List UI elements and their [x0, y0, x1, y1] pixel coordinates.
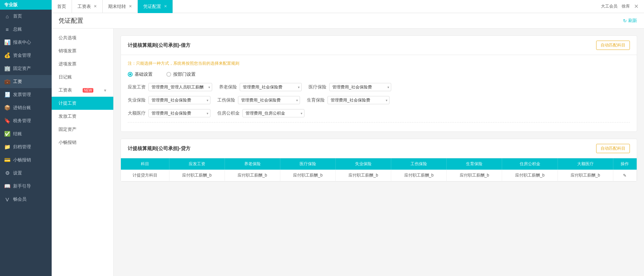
radio-dept[interactable]: 按部门设置 — [166, 71, 196, 77]
sidebar-item-member[interactable]: V 畅会员 — [0, 193, 52, 206]
nav-item-sales-invoice[interactable]: 销项发票 — [52, 44, 113, 57]
sidebar-item-report[interactable]: 📊 报表中心 — [0, 36, 52, 49]
sidebar-item-label: 进销台账 — [13, 105, 31, 111]
nav-item-pay-salary[interactable]: 发放工资 — [52, 110, 113, 123]
nav-item-salary-table[interactable]: 工资表 NEW ▾ — [52, 84, 113, 97]
pension-select[interactable]: 管理费用_社会保险费 — [240, 83, 302, 91]
sidebar-item-label: 固定资产 — [13, 65, 31, 72]
debit-section-body: 注：只能选择一种方式，系统将按照您当前的选择来配置规则 基础设置 按部门设置 — [121, 55, 637, 131]
tab-voucher-config-close[interactable]: ✕ — [164, 4, 167, 9]
tax-icon: 🔖 — [4, 118, 10, 124]
tab-period-end[interactable]: 期末结转 ✕ — [103, 0, 138, 13]
salary-select[interactable]: 管理费用_管理人员职工薪酬 — [148, 83, 212, 91]
sidebar-item-label: 畅会员 — [13, 196, 27, 202]
medical-select-wrapper: 管理费用_社会保险费 ▾ — [329, 83, 391, 91]
unemployment-select[interactable]: 管理费用_社会保险费 — [148, 96, 210, 104]
cell-salary: 应付职工薪酬_b — [169, 170, 225, 181]
credit-section-title: 计提核算规则(公司承担)-贷方 — [128, 146, 190, 152]
nav-item-journal[interactable]: 日记账 — [52, 71, 113, 84]
tab-period-end-close[interactable]: ✕ — [129, 4, 132, 9]
left-nav: 公共选项 销项发票 进项发票 日记账 工资表 NEW ▾ 计提工资 发放工资 — [52, 29, 114, 276]
field-medical: 医疗保险 管理费用_社会保险费 ▾ — [309, 83, 391, 91]
cell-maternity: 应付职工薪酬_b — [447, 170, 502, 181]
sidebar-item-guide[interactable]: 📖 新手引导 — [0, 180, 52, 193]
tab-salary-table-label: 工资表 — [77, 3, 91, 10]
guide-icon: 📖 — [4, 183, 10, 189]
sidebar-item-stock[interactable]: 📦 进销台账 — [0, 101, 52, 114]
sidebar-item-archive[interactable]: 📁 归档管理 — [0, 140, 52, 153]
sidebar-item-settle[interactable]: ✅ 结账 — [0, 127, 52, 140]
nav-item-calc-salary[interactable]: 计提工资 — [52, 97, 113, 110]
cell-injury: 应付职工薪酬_b — [391, 170, 447, 181]
nav-item-expense-report[interactable]: 小畅报销 — [52, 136, 113, 149]
section-divider — [128, 122, 630, 123]
debit-auto-match-button[interactable]: 自动匹配科目 — [596, 41, 630, 50]
ledger-icon: ≡ — [4, 26, 10, 32]
sidebar-item-tax[interactable]: 🔖 税务管理 — [0, 114, 52, 127]
cell-action[interactable]: ✎ — [613, 170, 636, 181]
page-header: 凭证配置 ↻ 刷新 — [52, 13, 644, 29]
nav-item-public[interactable]: 公共选项 — [52, 31, 113, 44]
field-maternity: 生育保险 管理费用_社会保险费 ▾ — [307, 96, 389, 104]
debit-form-row-3: 大额医疗 管理费用_社会保险费 ▾ 住房公积金 — [128, 109, 630, 117]
cell-pension: 应付职工薪酬_b — [225, 170, 280, 181]
sidebar-item-label: 首页 — [13, 13, 22, 19]
major-medical-select[interactable]: 管理费用_社会保险费 — [148, 109, 210, 117]
housing-select[interactable]: 管理费用_住房公积金 — [242, 109, 304, 117]
sidebar-item-label: 新手引导 — [13, 183, 31, 189]
unemployment-label: 失业保险 — [128, 97, 146, 103]
new-badge: NEW — [83, 88, 93, 93]
sidebar-item-asset[interactable]: 🏢 固定资产 — [0, 62, 52, 75]
credit-auto-match-button[interactable]: 自动匹配科目 — [596, 144, 630, 153]
sidebar-item-home[interactable]: ⌂ 首页 — [0, 10, 52, 23]
injury-label: 工伤保险 — [217, 97, 235, 103]
member-icon: V — [4, 197, 10, 202]
credit-section: 计提核算规则(公司承担)-贷方 自动匹配科目 科目 应发工资 养老保险 医疗保险… — [121, 139, 637, 182]
radio-basic-label: 基础设置 — [135, 71, 153, 77]
content-area: 公共选项 销项发票 进项发票 日记账 工资表 NEW ▾ 计提工资 发放工资 — [52, 29, 644, 276]
sidebar-item-capital[interactable]: 💰 资金管理 — [0, 49, 52, 62]
housing-label: 住房公积金 — [217, 110, 240, 116]
nav-item-fixed-assets[interactable]: 固定资产 — [52, 123, 113, 136]
debit-section-title: 计提核算规则(公司承担)-借方 — [128, 42, 190, 49]
invoice-icon: 🧾 — [4, 92, 10, 98]
nav-item-purchase-invoice[interactable]: 进项发票 — [52, 57, 113, 71]
maternity-select[interactable]: 管理费用_社会保险费 — [328, 96, 389, 104]
sidebar-item-label: 工资 — [13, 78, 22, 85]
tab-voucher-config[interactable]: 凭证配置 ✕ — [138, 0, 173, 13]
refresh-button[interactable]: ↻ 刷新 — [623, 18, 637, 24]
user-level-label: 大工会员 — [601, 3, 617, 9]
nav-item-calc-salary-label: 计提工资 — [59, 100, 76, 106]
tab-salary-table-close[interactable]: ✕ — [94, 4, 97, 9]
close-window-icon[interactable]: ✕ — [634, 3, 638, 10]
col-unemployment: 失业保险 — [336, 158, 391, 170]
nav-item-public-label: 公共选项 — [59, 35, 76, 41]
field-salary: 应发工资 管理费用_管理人员职工薪酬 ▾ — [128, 83, 212, 91]
sidebar-item-salary[interactable]: 💼 工资 — [0, 75, 52, 88]
tab-salary-table[interactable]: 工资表 ✕ — [72, 0, 103, 13]
pension-label: 养老保险 — [219, 84, 237, 90]
report-icon: 📊 — [4, 39, 10, 45]
tab-bar: 首页 工资表 ✕ 期末结转 ✕ 凭证配置 ✕ 大工会员 徐库 ✕ — [52, 0, 644, 13]
tab-home[interactable]: 首页 — [52, 0, 72, 13]
housing-select-wrapper: 管理费用_住房公积金 ▾ — [242, 109, 304, 117]
cell-unemployment: 应付职工薪酬_b — [336, 170, 391, 181]
medical-select[interactable]: 管理费用_社会保险费 — [329, 83, 391, 91]
sidebar-item-label: 归档管理 — [13, 144, 31, 150]
sidebar-item-label: 设置 — [13, 170, 22, 176]
sidebar-item-label: 税务管理 — [13, 118, 31, 124]
nav-item-sales-invoice-label: 销项发票 — [59, 48, 76, 54]
sidebar-item-expense[interactable]: 💳 小畅报销 — [0, 153, 52, 167]
radio-dept-circle — [166, 72, 171, 77]
field-major-medical: 大额医疗 管理费用_社会保险费 ▾ — [128, 109, 210, 117]
col-subject: 科目 — [121, 158, 169, 170]
expand-icon: ▾ — [104, 88, 106, 93]
sidebar-item-settings[interactable]: ⚙ 设置 — [0, 167, 52, 180]
sidebar-item-ledger[interactable]: ≡ 总账 — [0, 23, 52, 36]
injury-select[interactable]: 管理费用_社会保险费 — [238, 96, 300, 104]
radio-basic[interactable]: 基础设置 — [128, 71, 153, 77]
sidebar-item-invoice[interactable]: 🧾 发票管理 — [0, 88, 52, 101]
unemployment-select-wrapper: 管理费用_社会保险费 ▾ — [148, 96, 210, 104]
tab-period-end-label: 期末结转 — [108, 3, 126, 10]
debit-form-row-1: 应发工资 管理费用_管理人员职工薪酬 ▾ 养老保险 — [128, 83, 630, 91]
